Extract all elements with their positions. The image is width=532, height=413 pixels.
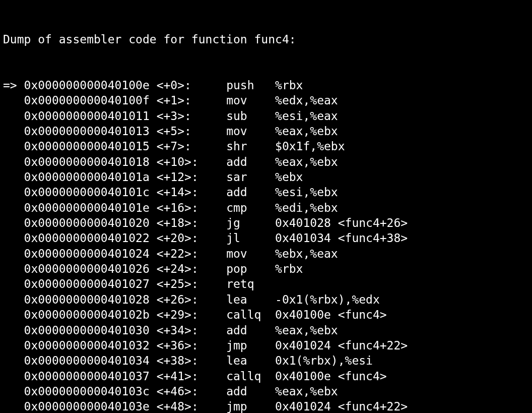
- instruction-mnemonic: shr: [226, 139, 275, 154]
- indent: [17, 323, 24, 338]
- indent: [17, 261, 24, 276]
- instruction-offset: <+18>:: [157, 215, 206, 230]
- instruction-address: 0x0000000000401027: [24, 276, 150, 291]
- disassembly-line: 0x000000000040101a <+12>: sar %ebx: [3, 169, 529, 185]
- line-pad: [3, 169, 17, 185]
- instruction-address: 0x0000000000401032: [24, 338, 150, 353]
- instruction-offset: <+38>:: [157, 353, 206, 368]
- instruction-address: 0x000000000040103c: [24, 384, 150, 399]
- disassembly-line: 0x0000000000401013 <+5>: mov %eax,%ebx: [3, 124, 529, 139]
- indent: [17, 353, 24, 368]
- line-pad: [3, 399, 17, 413]
- instruction-operands: %ebx: [275, 169, 303, 185]
- line-pad: [3, 323, 17, 338]
- instruction-mnemonic: add: [226, 384, 275, 399]
- instruction-mnemonic: pop: [226, 261, 275, 276]
- line-pad: [3, 246, 17, 261]
- instruction-mnemonic: sar: [226, 169, 275, 185]
- spacer: [150, 354, 157, 367]
- instruction-address: 0x000000000040102b: [24, 307, 150, 322]
- instruction-offset: <+25>:: [157, 276, 206, 291]
- disassembly-header: Dump of assembler code for function func…: [3, 32, 529, 47]
- instruction-mnemonic: sub: [226, 108, 275, 124]
- disassembly-line: 0x0000000000401028 <+26>: lea -0x1(%rbx)…: [3, 292, 529, 307]
- instruction-operands: 0x401028 <func4+26>: [275, 215, 408, 230]
- instruction-offset: <+36>:: [157, 338, 206, 353]
- spacer: [150, 324, 157, 337]
- instruction-operands: -0x1(%rbx),%edx: [275, 292, 380, 307]
- disassembly-line: 0x000000000040102b <+29>: callq 0x40100e…: [3, 307, 529, 322]
- indent: [17, 108, 24, 124]
- disassembly-line: 0x0000000000401011 <+3>: sub %esi,%eax: [3, 108, 529, 124]
- spacer: [206, 308, 227, 321]
- instruction-offset: <+1>:: [157, 93, 206, 108]
- instruction-address: 0x0000000000401020: [24, 215, 150, 230]
- disassembly-line: 0x000000000040103e <+48>: jmp 0x401024 <…: [3, 399, 529, 413]
- indent: [17, 384, 24, 399]
- instruction-mnemonic: add: [226, 154, 275, 169]
- spacer: [206, 109, 227, 123]
- line-pad: [3, 276, 17, 291]
- line-pad: [3, 230, 17, 246]
- indent: [17, 139, 24, 154]
- instruction-offset: <+34>:: [157, 323, 206, 338]
- indent: [17, 338, 24, 353]
- spacer: [150, 339, 157, 352]
- instruction-offset: <+26>:: [157, 292, 206, 307]
- instruction-operands: 0x40100e <func4>: [275, 369, 387, 384]
- disassembly-line: 0x0000000000401020 <+18>: jg 0x401028 <f…: [3, 215, 529, 230]
- indent: [17, 78, 24, 93]
- spacer: [206, 125, 227, 138]
- spacer: [150, 400, 157, 413]
- instruction-offset: <+20>:: [157, 230, 206, 246]
- instruction-operands: 0x1(%rbx),%esi: [275, 353, 373, 368]
- spacer: [150, 170, 157, 184]
- indent: [17, 292, 24, 307]
- instruction-mnemonic: add: [226, 323, 275, 338]
- line-pad: [3, 108, 17, 124]
- line-pad: [3, 369, 17, 384]
- instruction-mnemonic: jg: [226, 215, 275, 230]
- disassembly-line: 0x0000000000401032 <+36>: jmp 0x401024 <…: [3, 338, 529, 353]
- indent: [17, 154, 24, 169]
- instruction-operands: 0x401034 <func4+38>: [275, 230, 408, 246]
- disassembly-line: 0x0000000000401027 <+25>: retq: [3, 276, 529, 291]
- instruction-mnemonic: mov: [226, 124, 275, 139]
- spacer: [150, 262, 157, 275]
- disassembly-line: 0x0000000000401022 <+20>: jl 0x401034 <f…: [3, 230, 529, 246]
- disassembly-line: 0x0000000000401024 <+22>: mov %ebx,%eax: [3, 246, 529, 261]
- spacer: [150, 125, 157, 138]
- spacer: [206, 370, 227, 383]
- instruction-mnemonic: lea: [226, 353, 275, 368]
- instruction-operands: %eax,%ebx: [275, 154, 338, 169]
- instruction-operands: %rbx: [275, 261, 303, 276]
- instruction-operands: %edi,%ebx: [275, 200, 338, 215]
- disassembly-line: 0x0000000000401015 <+7>: shr $0x1f,%ebx: [3, 139, 529, 154]
- instruction-operands: 0x401024 <func4+22>: [275, 338, 408, 353]
- disassembly-line: 0x000000000040101c <+14>: add %esi,%ebx: [3, 185, 529, 200]
- line-pad: [3, 261, 17, 276]
- disassembly-line: 0x0000000000401037 <+41>: callq 0x40100e…: [3, 369, 529, 384]
- line-pad: [3, 139, 17, 154]
- instruction-operands: 0x40100e <func4>: [275, 307, 387, 322]
- spacer: [206, 140, 227, 153]
- disassembly-line: 0x0000000000401034 <+38>: lea 0x1(%rbx),…: [3, 353, 529, 368]
- instruction-offset: <+16>:: [157, 200, 206, 215]
- spacer: [206, 324, 227, 337]
- spacer: [150, 308, 157, 321]
- instruction-address: 0x0000000000401024: [24, 246, 150, 261]
- line-pad: [3, 353, 17, 368]
- instruction-address: 0x0000000000401034: [24, 353, 150, 368]
- indent: [17, 124, 24, 139]
- spacer: [206, 94, 227, 107]
- instruction-address: 0x0000000000401030: [24, 323, 150, 338]
- spacer: [206, 385, 227, 398]
- spacer: [150, 216, 157, 229]
- spacer: [206, 231, 227, 245]
- indent: [17, 200, 24, 215]
- disassembly-line: 0x0000000000401026 <+24>: pop %rbx: [3, 261, 529, 276]
- instruction-address: 0x0000000000401018: [24, 154, 150, 169]
- spacer: [206, 201, 227, 214]
- instruction-mnemonic: lea: [226, 292, 275, 307]
- instruction-mnemonic: jmp: [226, 338, 275, 353]
